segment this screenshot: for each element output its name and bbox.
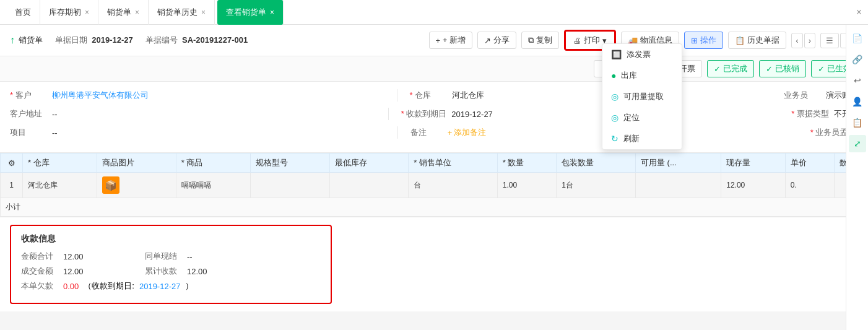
dropdown-add-invoice[interactable]: 🔲 添发票	[602, 44, 682, 65]
form-row-2: 客户地址 -- 收款到期日 2019-12-27 票据类型 不开票	[10, 108, 858, 120]
payment-item-total: 金额合计 12.00	[21, 251, 120, 262]
total-label: 金额合计	[21, 251, 58, 262]
staff2-label: 业务员孟	[810, 127, 848, 138]
voided-icon: ✓	[766, 64, 773, 74]
project-field: 项目 --	[10, 127, 385, 138]
product-image: 📦	[102, 176, 119, 194]
payment-item-owed: 本单欠款 0.00 （收款到期日: 2019-12-27 ）	[21, 280, 269, 292]
th-min-stock: 最低库存	[329, 154, 409, 173]
th-settings[interactable]: ⚙	[1, 154, 23, 173]
dropdown-refresh[interactable]: ↻ 刷新	[602, 128, 682, 149]
cell-unit: 台	[409, 173, 498, 198]
tab-inventory-close[interactable]: ×	[85, 8, 89, 17]
customer-label: 客户	[10, 90, 47, 101]
owed-label: 本单欠款	[21, 280, 58, 292]
new-button[interactable]: + + 新增	[429, 32, 473, 49]
staff-label: 业务员	[784, 90, 821, 101]
th-image: 商品图片	[97, 154, 176, 173]
operations-button[interactable]: ⊞ 操作	[684, 32, 723, 49]
tab-bar-close-button[interactable]: ×	[856, 7, 862, 18]
payment-row-3: 本单欠款 0.00 （收款到期日: 2019-12-27 ）	[21, 280, 321, 292]
owed-suffix: （收款到期日:	[84, 280, 134, 292]
tab-inventory[interactable]: 库存期初 ×	[40, 0, 98, 25]
done-button[interactable]: ✓ 已完成	[707, 60, 754, 77]
dropdown-locate[interactable]: ◎ 定位	[602, 107, 682, 128]
sidebar-doc-icon[interactable]: 📄	[849, 30, 866, 47]
add-note-button[interactable]: + 添加备注	[448, 127, 487, 138]
sidebar-clipboard-icon[interactable]: 📋	[849, 114, 866, 131]
settings-icon: ⚙	[8, 158, 15, 168]
done-icon: ✓	[714, 64, 721, 74]
nav-arrows: ‹ ›	[791, 33, 815, 48]
add-invoice-icon: 🔲	[611, 50, 622, 59]
sub-toolbar: 📱 来自手机 未开票 ✓ 已完成 ✓ 已核销 ✓ 已生效	[0, 56, 868, 82]
cell-stock: 12.00	[721, 173, 786, 198]
payment-title: 收款信息	[21, 233, 321, 245]
next-button[interactable]: ›	[804, 33, 815, 48]
tab-sales-history-close[interactable]: ×	[201, 8, 206, 17]
cell-pack-qty: 1台	[557, 173, 636, 198]
product-table: ⚙ * 仓库 商品图片 * 商品 规格型号 最低库存 * 销售单	[0, 153, 868, 217]
project-value: --	[52, 128, 58, 137]
tab-sales-close[interactable]: ×	[135, 8, 139, 17]
sidebar-expand-icon[interactable]: ⤢	[849, 135, 866, 152]
sidebar-return-icon[interactable]: ↩	[849, 72, 866, 89]
owed-value: 0.00	[63, 282, 79, 291]
warehouse-field: 仓库 河北仓库	[410, 90, 784, 101]
prev-button[interactable]: ‹	[791, 33, 802, 48]
deal-value: 12.00	[63, 267, 84, 276]
cell-product: 嗝嗝嗝嗝	[176, 173, 250, 198]
doc-meta: 单据日期 2019-12-27 单据编号 SA-20191227-001	[55, 35, 248, 46]
ticket-field: 票据类型 不开票	[766, 108, 858, 119]
customer-field: 客户 柳州粤港平安气体有限公司	[10, 90, 384, 101]
cumulative-value: 12.00	[187, 267, 207, 276]
list-view-button[interactable]: ☰	[820, 33, 839, 48]
doc-type-icon: ↑	[10, 35, 15, 46]
sep3	[397, 126, 398, 139]
subtotal-row: 小计	[1, 198, 868, 217]
dropdown-available[interactable]: ◎ 可用量提取	[602, 86, 682, 107]
payment-row-1: 金额合计 12.00 同单现结 --	[21, 251, 321, 262]
total-value: 12.00	[63, 252, 84, 261]
th-pack-qty: 包装数量	[557, 154, 636, 173]
tab-bar: 首页 库存期初 × 销货单 × 销货单历史 × 查看销货单 × ×	[0, 0, 868, 25]
dropdown-outbound[interactable]: ● 出库	[602, 65, 682, 86]
customer-value[interactable]: 柳州粤港平安气体有限公司	[52, 90, 149, 101]
tab-sales-history[interactable]: 销货单历史 ×	[149, 0, 215, 25]
owed-date: 2019-12-27	[139, 282, 181, 291]
right-sidebar: 📄 🔗 ↩ 👤 📋 ⤢	[846, 25, 868, 330]
sep2	[388, 108, 389, 120]
history-icon: 📋	[735, 36, 745, 45]
tab-home[interactable]: 首页	[6, 0, 40, 25]
address-value: --	[52, 110, 58, 119]
tab-sales[interactable]: 销货单 ×	[98, 0, 149, 25]
cell-available	[635, 173, 721, 198]
tab-view-sales-close[interactable]: ×	[270, 8, 274, 17]
refresh-label: 刷新	[623, 133, 640, 144]
table-area: ⚙ * 仓库 商品图片 * 商品 规格型号 最低库存 * 销售单	[0, 153, 868, 217]
th-warehouse: * 仓库	[23, 154, 97, 173]
th-product: * 商品	[176, 154, 250, 173]
tab-sales-label: 销货单	[107, 7, 131, 18]
warehouse-value: 河北仓库	[452, 90, 484, 101]
sidebar-link-icon[interactable]: 🔗	[849, 51, 866, 68]
due-date-field: 收款到期日 2019-12-27	[401, 108, 767, 119]
copy-button[interactable]: ⧉ 复制	[521, 32, 559, 49]
cumulative-label: 累计收款	[145, 266, 182, 277]
effective-icon: ✓	[818, 64, 825, 74]
available-label: 可用量提取	[623, 91, 664, 102]
share-icon: ↗	[484, 36, 491, 45]
tab-view-sales[interactable]: 查看销货单 ×	[217, 0, 284, 25]
subtotal-label: 小计	[1, 198, 868, 217]
cell-image: 📦	[97, 173, 176, 198]
sidebar-user-icon[interactable]: 👤	[849, 93, 866, 110]
locate-icon: ◎	[611, 113, 618, 123]
add-invoice-label: 添发票	[627, 49, 651, 60]
share-button[interactable]: ↗ 分享	[477, 32, 516, 49]
history-button[interactable]: 📋 历史单据	[728, 32, 786, 49]
th-stock: 现存量	[721, 154, 786, 173]
payment-row-2: 成交金额 12.00 累计收款 12.00	[21, 266, 321, 277]
address-label: 客户地址	[10, 108, 47, 119]
payment-item-settle: 同单现结 --	[145, 251, 244, 262]
voided-button[interactable]: ✓ 已核销	[759, 60, 806, 77]
